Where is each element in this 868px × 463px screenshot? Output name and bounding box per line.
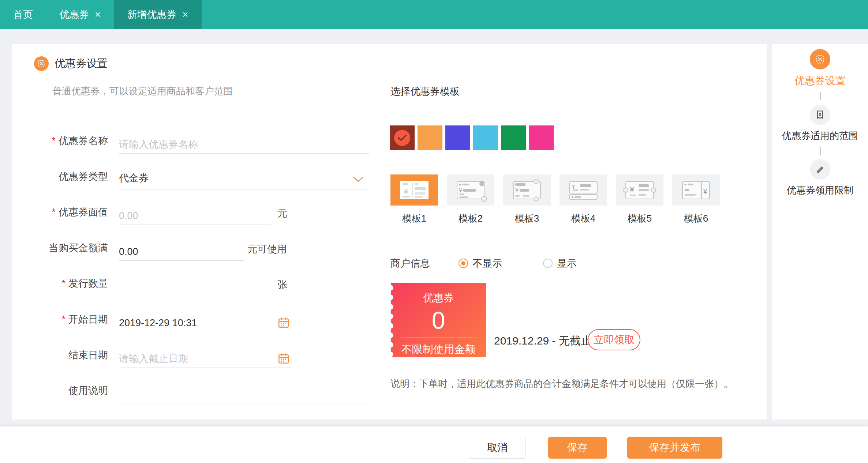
coupon-preview-title: 优惠券 xyxy=(391,291,486,305)
color-swatch-indigo[interactable] xyxy=(445,125,470,150)
step-connector xyxy=(820,92,821,100)
quantity-input[interactable] xyxy=(119,282,271,293)
merchant-info-row: 商户信息 不显示 显示 xyxy=(390,257,577,270)
radio-show-label: 显示 xyxy=(557,257,577,270)
svg-text:¥: ¥ xyxy=(404,187,408,195)
save-button[interactable]: 保存 xyxy=(548,437,607,459)
template-option-5[interactable]: ¥ 模板5 xyxy=(616,174,663,225)
step-coupon-settings[interactable] xyxy=(810,49,830,69)
tab-bar: 首页 优惠券 × 新增优惠券 × xyxy=(0,0,868,29)
template-label: 模板3 xyxy=(515,212,539,225)
color-swatch-pink[interactable] xyxy=(529,125,554,150)
template-option-2[interactable]: ¥ 模板2 xyxy=(447,174,494,225)
coupon-name-input[interactable] xyxy=(119,139,369,150)
coupon-preview-card: 优惠券 0 不限制使用金额 2019.12.29 - 无截止日期 立即领取 xyxy=(390,283,648,357)
calendar-icon[interactable] xyxy=(277,316,290,329)
merchant-info-label: 商户信息 xyxy=(390,257,430,270)
tab-coupon-list-label: 优惠券 xyxy=(59,8,89,21)
template-label: 模板2 xyxy=(459,212,483,225)
field-row-coupon-name: *优惠券名称 xyxy=(12,128,382,154)
step-coupon-scope[interactable] xyxy=(810,105,830,125)
color-swatch-orange[interactable] xyxy=(418,125,442,150)
template-thumbnail-icon: ¥ xyxy=(390,174,438,206)
radio-selected-icon[interactable] xyxy=(459,259,468,268)
field-row-face-value: *优惠券面值 元 xyxy=(12,199,382,225)
field-row-quantity: *发行数量 张 xyxy=(12,271,382,296)
steps-rail: 优惠券设置 优惠券适用的范围 优惠券领用限制 xyxy=(772,44,868,419)
tab-new-coupon-label: 新增优惠券 xyxy=(127,8,176,21)
svg-text:¥: ¥ xyxy=(629,185,635,194)
save-and-publish-button[interactable]: 保存并发布 xyxy=(627,437,722,459)
template-thumbnail-icon: ¥ xyxy=(616,174,663,206)
start-date-input[interactable] xyxy=(119,317,292,329)
face-value-label: 优惠券面值 xyxy=(59,207,108,218)
min-amount-label: 当购买金额满 xyxy=(49,242,108,253)
min-amount-unit: 元可使用 xyxy=(247,242,287,256)
required-asterisk: * xyxy=(61,278,66,289)
claim-now-button[interactable]: 立即领取 xyxy=(588,329,640,350)
step-coupon-limit[interactable] xyxy=(810,159,830,180)
chevron-down-icon[interactable] xyxy=(353,177,363,182)
color-swatch-red[interactable] xyxy=(390,125,415,150)
edit-pencil-icon xyxy=(815,164,825,174)
svg-text:¥: ¥ xyxy=(572,184,575,190)
end-date-input[interactable] xyxy=(119,353,292,365)
template-label: 模板6 xyxy=(684,212,708,225)
end-date-label: 结束日期 xyxy=(68,350,108,361)
usage-note: 说明：下单时，适用此优惠券商品的合计金额满足条件才可以使用（仅限一张）。 xyxy=(390,377,733,390)
face-value-unit: 元 xyxy=(277,207,287,220)
template-label: 模板4 xyxy=(571,212,595,225)
form-subtitle: 普通优惠券，可以设定适用商品和客户范围 xyxy=(52,85,233,98)
template-thumbnail-icon: ¥ xyxy=(447,174,494,206)
instructions-label: 使用说明 xyxy=(68,385,108,396)
template-option-1[interactable]: ¥ 模板1 xyxy=(390,174,438,225)
coupon-type-select[interactable]: 代金券 xyxy=(119,164,369,189)
face-value-input[interactable] xyxy=(119,210,271,222)
template-tiles: ¥ 模板1 ¥ 模板2 ¥ 模板3 ¥ 模板4 ¥ 模板5 xyxy=(390,174,720,225)
coupon-name-label: 优惠券名称 xyxy=(59,135,108,146)
step-label-scope: 优惠券适用的范围 xyxy=(782,129,858,142)
required-asterisk: * xyxy=(52,207,56,218)
template-section-title: 选择优惠券模板 xyxy=(390,85,460,98)
coupon-preview-amount: 0 xyxy=(391,307,486,334)
template-thumbnail-icon: ¥ xyxy=(560,174,607,206)
template-label: 模板5 xyxy=(628,212,652,225)
coupon-preview-limit: 不限制使用金额 xyxy=(391,342,486,357)
required-asterisk: * xyxy=(61,314,66,325)
min-amount-input[interactable] xyxy=(119,246,244,257)
quantity-label: 发行数量 xyxy=(68,278,108,289)
radio-hide-merchant[interactable]: 不显示 xyxy=(459,257,502,270)
divider xyxy=(401,338,476,338)
template-option-3[interactable]: ¥ 模板3 xyxy=(503,174,551,225)
coupon-ticket-icon xyxy=(815,54,825,64)
coupon-type-label: 优惠券类型 xyxy=(59,171,108,182)
field-row-end-date: 结束日期 xyxy=(12,342,382,368)
field-row-start-date: *开始日期 xyxy=(12,306,382,332)
footer-action-bar: 取消 保存 保存并发布 xyxy=(0,426,868,463)
tab-coupon-list[interactable]: 优惠券 × xyxy=(46,0,114,29)
coupon-ticket-icon xyxy=(34,56,49,71)
template-option-4[interactable]: ¥ 模板4 xyxy=(560,174,607,225)
template-thumbnail-icon: ¥ xyxy=(672,174,720,206)
step-label-limit: 优惠券领用限制 xyxy=(787,184,853,197)
cancel-button[interactable]: 取消 xyxy=(469,437,526,459)
svg-text:¥: ¥ xyxy=(459,187,462,193)
coupon-settings-panel: 优惠券设置 普通优惠券，可以设定适用商品和客户范围 *优惠券名称 优惠券类型 代… xyxy=(12,44,767,419)
close-tab-icon[interactable]: × xyxy=(182,10,188,20)
field-row-coupon-type: 优惠券类型 代金券 xyxy=(12,164,382,189)
quantity-unit: 张 xyxy=(277,278,287,291)
template-option-6[interactable]: ¥ 模板6 xyxy=(672,174,720,225)
radio-show-merchant[interactable]: 显示 xyxy=(543,257,577,270)
instructions-input[interactable] xyxy=(119,389,369,400)
radio-hide-label: 不显示 xyxy=(472,257,502,270)
template-thumbnail-icon: ¥ xyxy=(503,174,551,206)
tab-new-coupon[interactable]: 新增优惠券 × xyxy=(114,0,201,29)
tab-home[interactable]: 首页 xyxy=(0,0,46,29)
calendar-icon[interactable] xyxy=(277,352,290,365)
step-label-settings: 优惠券设置 xyxy=(794,74,846,88)
close-tab-icon[interactable]: × xyxy=(95,10,101,20)
radio-unselected-icon[interactable] xyxy=(543,259,553,268)
color-swatch-skyblue[interactable] xyxy=(473,125,498,150)
color-swatch-green[interactable] xyxy=(501,125,526,150)
start-date-label: 开始日期 xyxy=(68,314,108,325)
